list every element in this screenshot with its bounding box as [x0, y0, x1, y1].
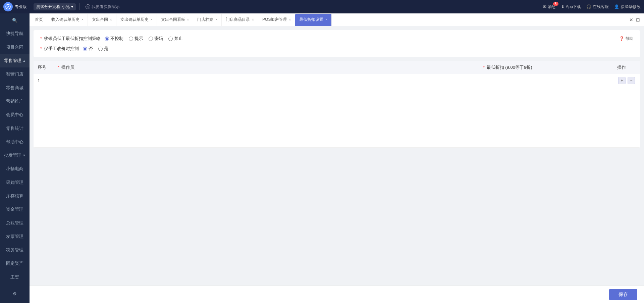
sidebar-settings-button[interactable]: ⚙ — [0, 287, 30, 300]
tab-close-icon-5[interactable]: × — [215, 18, 217, 21]
arrow-down-icon-2: ▼ — [23, 154, 26, 157]
sidebar-item-ecommerce[interactable]: 小畅电商 — [0, 162, 30, 175]
yes-label: 是 — [104, 46, 108, 52]
col-header-discount: * 最低折扣 (9.00等于9折) — [479, 61, 613, 74]
cell-operator[interactable] — [54, 74, 479, 87]
sidebar-item-retail[interactable]: 零售管理 ▲ — [0, 54, 30, 67]
discount-strategy-label: * 收银员低于最低折扣控制策略 — [40, 36, 101, 42]
discount-input[interactable] — [483, 78, 609, 83]
tab-close-icon-7[interactable]: × — [289, 18, 291, 21]
option-no[interactable]: 否 — [83, 46, 93, 52]
sidebar-item-fixed-assets[interactable]: 固定资产 — [0, 257, 30, 270]
tab-store-archive-label: 门店档案 — [197, 17, 213, 22]
operator-input[interactable] — [58, 78, 475, 83]
radio-yes[interactable] — [98, 47, 103, 51]
tab-income-history[interactable]: 收入确认单历史 × — [47, 14, 88, 26]
tab-payment-board[interactable]: 支出合同看板 × — [157, 14, 194, 26]
sidebar-item-inventory[interactable]: 库存核算 — [0, 189, 30, 203]
tab-close-icon-6[interactable]: × — [252, 18, 254, 21]
col-header-actions: 操作 — [613, 61, 640, 74]
sidebar-item-invoice[interactable]: 发票管理 — [0, 230, 30, 243]
discount-strategy-text: 收银员低于最低折扣控制策略 — [44, 36, 101, 41]
user-profile-button[interactable]: 👤 徐泽华修改 — [614, 4, 641, 10]
app-logo: 专业版 — [3, 2, 30, 11]
logo-icon — [3, 2, 13, 11]
radio-password[interactable] — [149, 37, 153, 41]
option-prompt[interactable]: 提示 — [129, 36, 143, 42]
cell-seq: 1 — [34, 74, 54, 87]
tab-close-icon-3[interactable]: × — [151, 18, 153, 21]
question-icon: ❓ — [619, 36, 624, 41]
main-layout: 🔍 快捷导航 项目合同 零售管理 ▲ 智营门店 零售商城 营销推广 会员中心 零… — [0, 13, 644, 303]
tab-store-archive[interactable]: 门店档案 × — [193, 14, 222, 26]
sidebar-item-wholesale[interactable]: 批发管理 ▼ — [0, 149, 30, 162]
sidebar-item-shortcuts[interactable]: 快捷导航 — [0, 27, 30, 40]
tab-store-product[interactable]: 门店商品目录 × — [222, 14, 258, 26]
cell-discount[interactable] — [479, 74, 613, 87]
option-forbid[interactable]: 禁止 — [168, 36, 183, 42]
tab-home[interactable]: 首页 — [31, 14, 47, 26]
tab-pos-encrypt[interactable]: POS加密管理 × — [258, 14, 295, 26]
maximize-tab-button[interactable]: ⊡ — [636, 17, 640, 22]
discount-table: 序号 * 操作员 * 最低折扣 (9.00等于9折) 操作 — [34, 61, 640, 148]
sidebar-item-project-contract[interactable]: 项目合同 — [0, 41, 30, 54]
tab-min-discount[interactable]: 最低折扣设置 × — [295, 14, 332, 26]
tab-payment-contract[interactable]: 支出合同 × — [88, 14, 116, 26]
tab-close-icon-2[interactable]: × — [110, 18, 112, 21]
radio-no-control[interactable] — [105, 37, 109, 41]
smart-store-label: 智营门店 — [6, 71, 23, 77]
sidebar-item-retail-mall[interactable]: 零售商城 — [0, 81, 30, 94]
manual-price-options: 否 是 — [83, 46, 108, 52]
header-bar: 专业版 测试分开完程-小兄 ▾ ◎ 我要看实例演示 ✉ 消息 8 ⬇ App下载… — [0, 0, 644, 13]
radio-forbid[interactable] — [168, 37, 173, 41]
wholesale-label: 批发管理 — [4, 152, 21, 158]
close-tab-button[interactable]: ✕ — [629, 17, 633, 22]
required-mark-4: * — [483, 65, 485, 70]
customer-service-button[interactable]: 🎧 在线客服 — [586, 4, 609, 10]
sidebar-item-marketing[interactable]: 营销推广 — [0, 95, 30, 108]
messages-button[interactable]: ✉ 消息 8 — [543, 4, 556, 10]
inventory-label: 库存核算 — [6, 193, 23, 199]
manual-price-label: * 仅手工改价时控制 — [40, 46, 79, 52]
tab-payment-history[interactable]: 支出确认单历史 × — [116, 14, 157, 26]
username-label: 徐泽华修改 — [621, 4, 641, 10]
radio-no[interactable] — [83, 47, 87, 51]
sidebar-item-smart-store[interactable]: 智营门店 — [0, 67, 30, 81]
discount-strategy-options: 不控制 提示 密码 禁止 — [105, 36, 183, 42]
project-selector[interactable]: 测试分开完程-小兄 ▾ — [34, 3, 76, 10]
tab-payment-history-label: 支出确认单历史 — [120, 17, 149, 22]
sidebar-item-search[interactable]: 🔍 — [0, 13, 30, 27]
tab-payment-contract-label: 支出合同 — [92, 17, 108, 22]
demo-circle-icon: ◎ — [86, 4, 90, 9]
tab-close-icon-8[interactable]: × — [325, 18, 327, 21]
option-password[interactable]: 密码 — [149, 36, 163, 42]
tab-close-icon-4[interactable]: × — [187, 18, 189, 21]
message-icon: ✉ — [543, 4, 546, 9]
tab-close-icon[interactable]: × — [82, 18, 84, 21]
sidebar-item-capital[interactable]: 资金管理 — [0, 203, 30, 216]
minus-icon: − — [630, 78, 632, 83]
sidebar-item-purchase[interactable]: 采购管理 — [0, 176, 30, 189]
password-label: 密码 — [154, 36, 163, 42]
col-header-operator: * 操作员 — [54, 61, 479, 74]
radio-prompt[interactable] — [129, 37, 133, 41]
demo-link[interactable]: ◎ 我要看实例演示 — [86, 4, 120, 10]
option-yes[interactable]: 是 — [98, 46, 108, 52]
sidebar-item-tax[interactable]: 税务管理 — [0, 243, 30, 257]
help-button[interactable]: ❓ 帮助 — [619, 36, 633, 42]
delete-row-button[interactable]: − — [628, 77, 635, 84]
sidebar: 🔍 快捷导航 项目合同 零售管理 ▲ 智营门店 零售商城 营销推广 会员中心 零… — [0, 13, 30, 303]
sidebar-item-member-center[interactable]: 会员中心 — [0, 108, 30, 121]
sidebar-item-payroll[interactable]: 工资 — [0, 270, 30, 284]
app-download-button[interactable]: ⬇ App下载 — [561, 4, 581, 10]
user-icon: 👤 — [614, 4, 619, 9]
sidebar-item-general-ledger[interactable]: 总账管理 — [0, 216, 30, 230]
capital-label: 资金管理 — [6, 206, 23, 212]
option-no-control[interactable]: 不控制 — [105, 36, 123, 42]
sidebar-item-retail-stats[interactable]: 零售统计 — [0, 121, 30, 135]
sidebar-item-help[interactable]: 帮助中心 — [0, 135, 30, 149]
add-row-button[interactable]: + — [618, 77, 626, 84]
retail-mall-label: 零售商城 — [6, 85, 23, 91]
required-mark-2: * — [40, 46, 42, 51]
save-button[interactable]: 保存 — [609, 289, 637, 300]
